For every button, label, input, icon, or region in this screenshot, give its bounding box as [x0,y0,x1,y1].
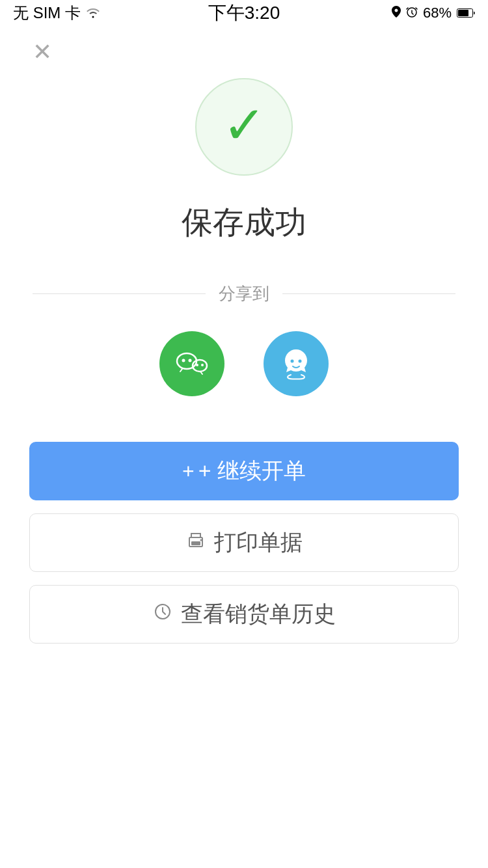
qq-icon [277,344,316,383]
history-icon [152,601,173,627]
svg-point-9 [291,360,294,363]
status-bar: 无 SIM 卡 下午3:20 68% [0,0,488,26]
location-icon [392,5,401,21]
qq-share-button[interactable] [264,331,329,396]
status-left: 无 SIM 卡 [13,3,100,23]
share-divider: 分享到 [0,282,488,305]
share-icons [159,331,329,396]
printer-icon [185,530,206,556]
battery-text: 68% [423,5,452,21]
history-label: 查看销货单历史 [181,599,336,629]
share-label: 分享到 [206,282,282,305]
wifi-icon [86,4,100,22]
battery-icon [457,5,475,21]
svg-point-13 [200,539,202,541]
divider-right [282,293,455,294]
svg-point-8 [201,364,204,366]
status-time: 下午3:20 [208,1,280,25]
svg-rect-2 [458,10,468,16]
no-sim-text: 无 SIM 卡 [13,3,81,23]
divider-left [33,293,206,294]
close-icon: ✕ [33,40,52,64]
svg-point-6 [189,359,192,362]
svg-point-7 [196,364,198,366]
plus-icon: + [182,459,195,483]
continue-button[interactable]: + + 继续开单 [29,442,459,500]
history-button[interactable]: 查看销货单历史 [29,585,459,644]
svg-point-3 [177,353,197,369]
wechat-icon [172,344,211,383]
success-circle: ✓ [195,78,293,176]
alarm-icon [406,5,418,21]
action-buttons: + + 继续开单 打印单据 查看销货单历 [29,442,459,644]
success-title: 保存成功 [182,202,306,243]
svg-point-5 [182,359,185,362]
status-right: 68% [392,5,475,21]
wechat-share-button[interactable] [159,331,224,396]
print-label: 打印单据 [214,528,303,558]
main-content: ✓ 保存成功 分享到 [0,26,488,644]
print-button[interactable]: 打印单据 [29,513,459,572]
svg-point-10 [299,360,302,363]
checkmark-icon: ✓ [223,100,266,152]
close-button[interactable]: ✕ [26,36,59,68]
svg-rect-12 [191,541,200,545]
continue-label: + 继续开单 [198,456,306,486]
